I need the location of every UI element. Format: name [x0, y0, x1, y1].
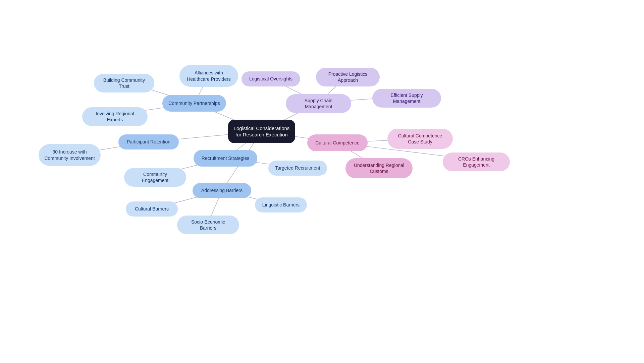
- node-cultural-barriers: Cultural Barriers: [126, 201, 178, 217]
- node-proactive-logistics: Proactive Logistics Approach: [316, 68, 380, 86]
- node-socio-economic: Socio-Economic Barriers: [177, 216, 239, 234]
- node-cultural-competence: Cultural Competence: [307, 134, 368, 151]
- node-30-increase: 30 Increase with Community Involvement: [39, 144, 101, 166]
- node-linguistic-barriers: Linguistic Barriers: [255, 197, 307, 213]
- node-cros-enhancing: CROs Enhancing Engagement: [443, 153, 510, 171]
- node-recruitment-strategies: Recruitment Strategies: [194, 150, 257, 167]
- node-community-engagement: Community Engagement: [124, 168, 186, 187]
- node-building-community-trust: Building Community Trust: [94, 74, 154, 93]
- node-participant-retention: Participant Retention: [118, 134, 179, 149]
- node-involving-regional: Involving Regional Experts: [82, 107, 148, 126]
- node-addressing-barriers: Addressing Barriers: [193, 183, 251, 198]
- node-targeted-recruitment: Targeted Recruitment: [268, 161, 327, 176]
- connections-svg: [0, 0, 644, 363]
- mindmap-container: Logistical Considerations for Research E…: [0, 0, 644, 363]
- node-understanding-regional: Understanding Regional Customs: [345, 158, 413, 178]
- node-logistical-oversights: Logistical Oversights: [241, 71, 300, 86]
- node-efficient-supply: Efficient Supply Management: [372, 89, 441, 108]
- node-community-partnerships: Community Partnerships: [162, 95, 226, 112]
- node-supply-chain: Supply Chain Management: [286, 94, 351, 113]
- node-alliances-healthcare: Alliances with Healthcare Providers: [179, 65, 238, 87]
- node-cultural-case-study: Cultural Competence Case Study: [387, 129, 453, 149]
- center-node: Logistical Considerations for Research E…: [228, 120, 295, 143]
